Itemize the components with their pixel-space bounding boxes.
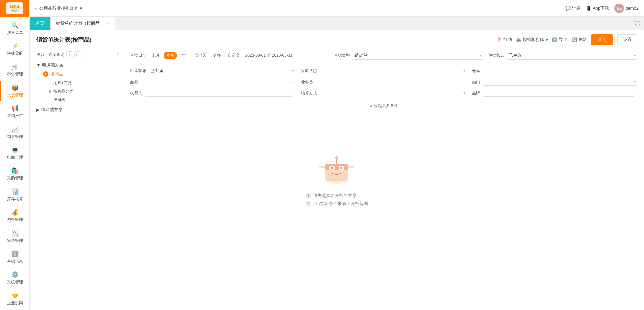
docstatus-label: 单据状态	[488, 53, 504, 58]
scheme-sub-item-label: 按商品分类	[53, 89, 73, 94]
date-tab-custom[interactable]: 自定义	[225, 52, 243, 59]
scheme-add-btn[interactable]: +	[66, 51, 73, 58]
collapse-label: 收起更多条件	[374, 103, 398, 109]
sidebar-item-ecommerce[interactable]: 💻 电商管理	[0, 143, 29, 164]
management-icon: 📉	[11, 229, 19, 237]
goods-input[interactable]	[141, 79, 292, 86]
help-label: 帮助	[503, 37, 512, 43]
sidebar-item-label: 营销推广	[7, 113, 23, 119]
user-menu[interactable]: Ea demo2	[614, 4, 639, 13]
tip-text-1: 请先选择要分析的方案	[313, 193, 357, 199]
tip-num-1: 1	[306, 193, 311, 198]
date-tab-current-month[interactable]: 本月	[164, 52, 177, 59]
scheme-settings-btn[interactable]: ⊙	[74, 51, 81, 58]
tab-home[interactable]: 首页	[30, 17, 51, 30]
outstatus-select[interactable]: 已出库 ▾	[149, 67, 296, 75]
dept-select[interactable]: ▾	[483, 79, 637, 86]
filter-row-3: 商品 ··· 业务员 ··· 部门	[130, 79, 637, 86]
collectstatus-select[interactable]: ▾	[320, 68, 466, 74]
staff-input[interactable]	[316, 79, 463, 86]
print-icon: 🖨️	[516, 37, 521, 42]
settle-select[interactable]: ▾	[320, 90, 466, 96]
docstatus-value: 已生效	[508, 52, 522, 58]
app-download-btn[interactable]: 📱 App下载	[586, 5, 609, 11]
svg-rect-9	[319, 166, 325, 168]
settings-button[interactable]: 设置	[617, 34, 637, 45]
tab-close-btn[interactable]: ×	[107, 21, 110, 26]
sidebar-item-sales[interactable]: 📈 销售管理	[0, 122, 29, 143]
scheme-group-pc-header[interactable]: ▼ 电脑端方案	[36, 61, 119, 69]
filter-row-2: 出库状态 已出库 ▾ 收款状态 ▾	[130, 67, 637, 75]
sidebar-item-marketing[interactable]: 📢 营销推广	[0, 101, 29, 122]
industry-selector[interactable]: 办公用品行业模拟账套 ▾	[35, 5, 82, 11]
outstatus-chevron-icon: ▾	[292, 69, 294, 73]
refresh-btn[interactable]: 🔄 刷新	[572, 37, 587, 43]
date-label: 单据日期	[130, 53, 146, 58]
scheme-item-goods-category[interactable]: ⊞ 按商品分类	[36, 87, 119, 96]
goods-dots[interactable]: ···	[292, 80, 296, 85]
empty-tips: 1 请先选择要分析的方案 2 用[过滤]条件来缩小分析范围	[306, 193, 368, 209]
sidebar-item-wholesale[interactable]: 📦 批发管理	[0, 81, 29, 101]
settle-field: 结算方式 ▾	[301, 90, 466, 96]
receiver-dots[interactable]: ···	[292, 91, 296, 95]
warehouse-select[interactable]: ···	[483, 67, 637, 74]
sidebar-item-basic[interactable]: ℹ️ 基础信息	[0, 247, 29, 268]
sidebar-item-inventory[interactable]: 📊 库存核算	[0, 185, 29, 205]
tabs-bar: 首页 销货单统计表（按商品） × — ⛶	[30, 17, 644, 30]
scheme-group-mobile-header[interactable]: ▶ 移动端方案	[36, 105, 119, 114]
sidebar-item-management[interactable]: 📉 经营管理	[0, 226, 29, 247]
export-btn[interactable]: ⬆️ 导出	[552, 37, 568, 43]
sidebar-item-system[interactable]: ⚙️ 系统管理	[0, 268, 29, 289]
message-btn[interactable]: 💬 消息	[565, 5, 581, 11]
warehouse-dots[interactable]: ···	[633, 68, 636, 73]
finance-icon: 💰	[11, 209, 19, 216]
staff-dots[interactable]: ···	[463, 80, 467, 85]
topbar: 办公用品行业模拟账套 ▾ 💬 消息 📱 App下载 Ea demo2	[30, 0, 644, 17]
collectstatus-label: 收款状态	[301, 68, 317, 74]
page-header: 销货单统计表(按商品) ❓ 帮助 🖨️ 按模板打印 ▾ ⬆️ 导出	[30, 30, 644, 48]
sidebar-item-search[interactable]: 🔍 搜索菜单	[0, 18, 29, 39]
sidebar-item-finance[interactable]: 💰 资金管理	[0, 205, 29, 226]
tab-active[interactable]: 销货单统计表（按商品） ×	[51, 17, 115, 30]
warehouse-label: 仓库	[472, 68, 480, 74]
date-tab-last-month[interactable]: 上月	[149, 52, 162, 59]
tab-expand-btn[interactable]: ⛶	[633, 19, 641, 28]
scheme-item-by-goods[interactable]: ● 按商品	[36, 69, 119, 79]
template-print-btn[interactable]: 🖨️ 按模板打印 ▾	[516, 37, 548, 43]
sidebar-item-corp-collab[interactable]: 🤝 企业协同	[0, 289, 29, 309]
group-arrow-icon: ▼	[36, 63, 41, 68]
date-tab-7days[interactable]: 近7天	[193, 52, 209, 59]
doctype-select[interactable]: 销货单 ▾	[353, 51, 483, 60]
divider-1	[130, 63, 637, 63]
scheme-item-month-goods[interactable]: ⊞ 按月+商品	[36, 79, 119, 87]
svg-point-8	[335, 156, 338, 160]
grid2-icon: ⊞	[48, 89, 51, 94]
docstatus-select[interactable]: 已生效 ▾	[507, 51, 637, 60]
query-button[interactable]: 查询	[591, 34, 613, 45]
collapse-button[interactable]: ∧ 收起更多条件	[370, 103, 398, 109]
sidebar-item-retail[interactable]: 🛒 零售管理	[0, 60, 29, 81]
settle-label: 结算方式	[301, 90, 317, 96]
sidebar-item-quicknav[interactable]: ⚡ 快捷导航	[0, 39, 29, 60]
logo-sub: 好生意	[11, 9, 19, 12]
staff-field: 业务员 ···	[301, 79, 466, 86]
help-btn[interactable]: ❓ 帮助	[496, 37, 512, 43]
filter-form: 单据日期 上月 本月 本年 近7天 更多 自定义 2023-03-01 至 20…	[123, 51, 637, 115]
scheme-item-label: 按商品	[50, 71, 63, 77]
receiver-input[interactable]	[145, 89, 292, 97]
tip-text-2: 用[过滤]条件来缩小分析范围	[313, 201, 368, 207]
brand-dots[interactable]: ···	[634, 91, 637, 95]
scheme-collapse-btn[interactable]: 《	[114, 52, 119, 58]
svg-rect-2	[325, 164, 348, 170]
date-range: 2023-03-01 至 2023-03-31	[245, 53, 292, 58]
scheme-group-mobile: ▶ 移动端方案	[36, 105, 119, 114]
sidebar-item-purchase[interactable]: 🛍️ 采购管理	[0, 164, 29, 185]
dropdown-arrow-icon: ▾	[80, 6, 82, 11]
date-tab-year[interactable]: 本年	[178, 52, 192, 59]
tab-minimize-btn[interactable]: —	[624, 19, 632, 28]
system-icon: ⚙️	[11, 271, 19, 278]
scheme-item-by-driver[interactable]: ⊞ 按司机	[36, 96, 119, 104]
brand-input[interactable]	[483, 89, 634, 97]
grid3-icon: ⊞	[48, 98, 51, 102]
date-tab-more[interactable]: 更多	[210, 52, 224, 59]
